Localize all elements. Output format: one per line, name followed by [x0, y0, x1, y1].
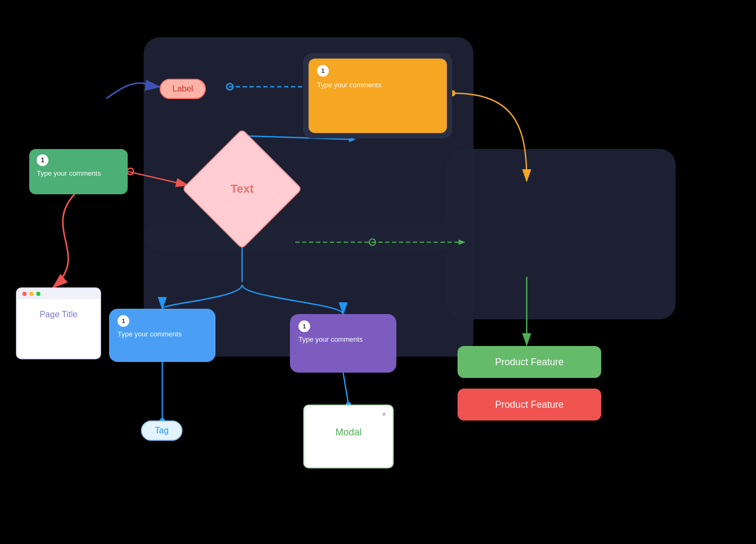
node-blue-label: Type your comments	[118, 330, 207, 338]
product-feature-green[interactable]: Product Feature	[458, 346, 601, 378]
page-title-card[interactable]: Page Title	[16, 287, 101, 359]
product-feature-red[interactable]: Product Feature	[458, 389, 601, 421]
node-green[interactable]: 1 Type your comments	[29, 149, 128, 194]
tag-chip[interactable]: Tag	[141, 421, 182, 441]
canvas: 1 Type your comments Label 1 Type your c…	[0, 0, 756, 544]
label-pill-text: Label	[172, 84, 193, 93]
node-green-number: 1	[37, 154, 48, 166]
node-purple-label: Type your comments	[298, 335, 388, 343]
node-green-label: Type your comments	[37, 169, 120, 177]
node-yellow-number: 1	[317, 65, 329, 77]
diamond-container[interactable]: Text	[189, 136, 295, 242]
node-blue[interactable]: 1 Type your comments	[109, 309, 215, 362]
dot-green	[36, 292, 40, 296]
style-guide-callout: Style Guide - Color - Typography	[463, 178, 591, 235]
node-yellow-label: Type your comments	[317, 81, 438, 89]
product-feature-red-label: Product Feature	[495, 399, 563, 410]
label-pill[interactable]: Label	[160, 79, 206, 99]
modal-text: Modal	[304, 406, 393, 438]
node-purple[interactable]: 1 Type your comments	[290, 314, 396, 373]
product-feature-green-label: Product Feature	[495, 357, 563, 368]
tag-text: Tag	[155, 426, 169, 435]
diamond-label: Text	[230, 182, 254, 196]
dot-red	[22, 292, 27, 296]
modal-close-button[interactable]: ×	[382, 410, 386, 418]
node-blue-number: 1	[118, 315, 129, 327]
card-header	[17, 289, 100, 299]
node-purple-number: 1	[298, 320, 310, 332]
diamond-shape: Text	[182, 129, 302, 249]
modal-card[interactable]: × Modal	[303, 405, 394, 468]
dot-yellow	[29, 292, 34, 296]
svg-point-5	[127, 168, 134, 175]
node-yellow[interactable]: 1 Type your comments	[303, 53, 452, 138]
svg-line-16	[343, 373, 348, 405]
page-title-text: Page Title	[17, 299, 100, 330]
